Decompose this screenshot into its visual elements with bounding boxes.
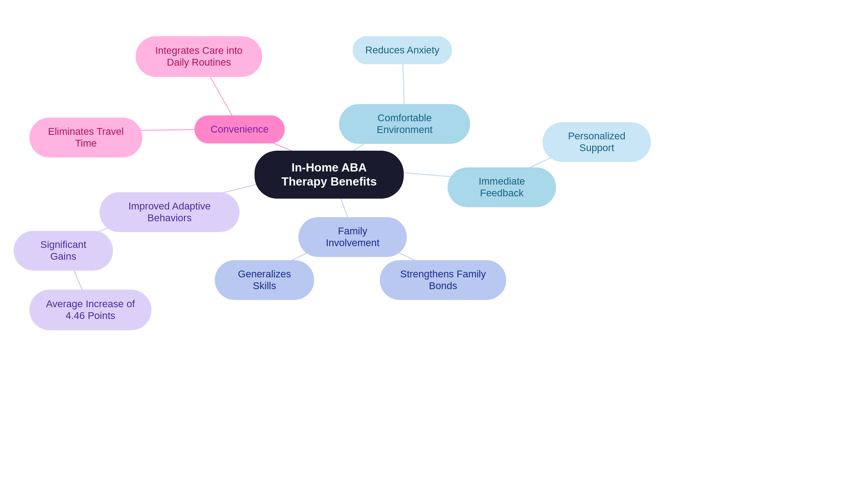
node-convenience: Convenience xyxy=(194,115,285,143)
node-integrates-care: Integrates Care into Daily Routines xyxy=(136,36,262,77)
node-reduces-anxiety: Reduces Anxiety xyxy=(353,36,452,64)
node-improved-adaptive: Improved Adaptive Behaviors xyxy=(99,192,240,232)
node-significant-gains: Significant Gains xyxy=(14,231,113,271)
node-personalized-support: Personalized Support xyxy=(542,122,651,162)
node-eliminates-travel: Eliminates Travel Time xyxy=(29,118,142,157)
node-strengthens-bonds: Strengthens Family Bonds xyxy=(380,260,506,300)
node-avg-increase: Average Increase of 4.46 Points xyxy=(29,290,151,330)
node-generalizes-skills: Generalizes Skills xyxy=(215,260,314,300)
node-comfortable-env: Comfortable Environment xyxy=(339,104,470,144)
center-node: In-Home ABA Therapy Benefits xyxy=(255,151,404,199)
node-immediate-feedback: Immediate Feedback xyxy=(448,167,556,207)
node-family-involvement: Family Involvement xyxy=(298,217,407,257)
